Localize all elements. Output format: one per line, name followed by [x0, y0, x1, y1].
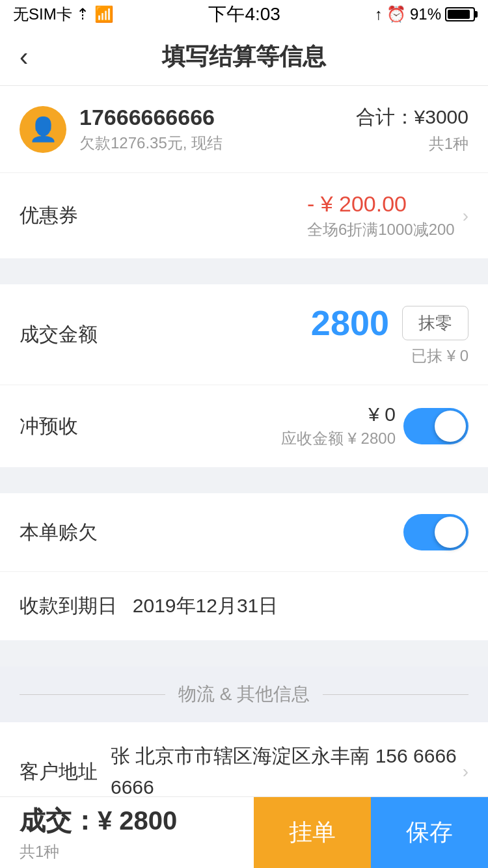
prepayment-sub: 应收金额 ¥ 2800	[281, 428, 396, 449]
round-zero-button[interactable]: 抹零	[402, 306, 468, 340]
deal-amount-label: 成交金额	[20, 321, 98, 348]
coupon-row[interactable]: 优惠券 - ¥ 200.00 全场6折满1000减200 ›	[0, 172, 488, 258]
battery-icon	[445, 7, 475, 21]
deal-amount-sub: 已抹 ¥ 0	[311, 346, 468, 366]
deal-amount-value: 2800	[311, 303, 389, 343]
avatar: 👤	[20, 106, 66, 153]
avatar-icon: 👤	[29, 116, 58, 143]
address-label: 客户地址	[20, 759, 98, 785]
coupon-info: - ¥ 200.00 全场6折满1000减200	[307, 191, 455, 240]
coupon-discount: - ¥ 200.00	[307, 191, 455, 217]
back-button[interactable]: ‹	[20, 42, 59, 72]
prepayment-label: 冲预收	[20, 413, 78, 440]
due-date-label: 收款到期日	[20, 595, 117, 616]
save-button[interactable]: 保存	[371, 797, 488, 869]
wifi-icon: 📶	[94, 5, 114, 23]
debt-label: 本单赊欠	[20, 519, 98, 546]
gray-spacer-3	[0, 653, 488, 666]
deal-amount-right: 2800 抹零 已抹 ¥ 0	[311, 303, 468, 366]
divider-line-right	[323, 694, 468, 695]
due-date-row: 收款到期日 2019年12月31日	[0, 571, 488, 640]
content-area: 👤 17666666666 欠款1276.35元, 现结 合计：¥3000 共1…	[0, 86, 488, 868]
coupon-desc: 全场6折满1000减200	[307, 219, 455, 240]
logistics-divider: 物流 & 其他信息	[0, 666, 488, 722]
logistics-divider-text: 物流 & 其他信息	[178, 682, 310, 707]
gray-spacer-2	[0, 480, 488, 493]
bottom-summary-label: 成交：	[20, 806, 98, 835]
coupon-right: - ¥ 200.00 全场6折满1000减200 ›	[307, 191, 468, 240]
status-time: 下午4:03	[208, 2, 280, 27]
alarm-icon: ⏰	[386, 5, 406, 23]
address-value: 张 北京市市辖区海淀区永丰南 156 6666 6666	[111, 740, 463, 803]
customer-total: 合计：¥3000	[356, 104, 468, 131]
page-title: 填写结算等信息	[59, 41, 429, 73]
chevron-right-icon: ›	[463, 206, 468, 226]
sim-label: 无SIM卡 ⇡	[13, 4, 89, 25]
prepayment-amount: ¥ 0	[281, 403, 396, 426]
prepayment-amount-wrap: ¥ 0 应收金额 ¥ 2800	[281, 403, 396, 449]
customer-right: 合计：¥3000 共1种	[356, 104, 468, 154]
customer-row: 👤 17666666666 欠款1276.35元, 现结 合计：¥3000 共1…	[0, 86, 488, 172]
debt-row: 本单赊欠	[0, 493, 488, 571]
hang-button[interactable]: 挂单	[254, 797, 371, 869]
debt-section: 本单赊欠 收款到期日 2019年12月31日	[0, 493, 488, 640]
deal-amount-row: 成交金额 2800 抹零 已抹 ¥ 0	[0, 284, 488, 385]
prepayment-row: 冲预收 ¥ 0 应收金额 ¥ 2800	[0, 385, 488, 467]
deal-amount-value-wrap: 2800 抹零	[311, 303, 468, 343]
debt-toggle[interactable]	[403, 514, 468, 550]
debt-toggle-knob	[435, 517, 466, 548]
address-chevron-icon: ›	[463, 761, 468, 782]
toggle-knob	[435, 411, 466, 442]
coupon-label: 优惠券	[20, 202, 78, 229]
bottom-summary-amount: ¥ 2800	[98, 806, 177, 835]
customer-phone: 17666666666	[79, 105, 223, 130]
prepayment-right: ¥ 0 应收金额 ¥ 2800	[281, 403, 468, 449]
due-date-value: 2019年12月31日	[133, 595, 278, 616]
nav-bar: ‹ 填写结算等信息	[0, 29, 488, 86]
status-bar: 无SIM卡 ⇡ 📶 下午4:03 ↑ ⏰ 91%	[0, 0, 488, 29]
customer-section: 👤 17666666666 欠款1276.35元, 现结 合计：¥3000 共1…	[0, 86, 488, 258]
customer-count: 共1种	[356, 133, 468, 154]
location-icon: ↑	[375, 5, 383, 23]
customer-sub: 欠款1276.35元, 现结	[79, 133, 223, 154]
bottom-count: 共1种	[20, 841, 234, 862]
status-right: ↑ ⏰ 91%	[375, 5, 475, 23]
customer-info: 17666666666 欠款1276.35元, 现结	[79, 105, 223, 154]
gray-spacer-1	[0, 271, 488, 284]
bottom-summary: 成交：¥ 2800 共1种	[0, 803, 254, 862]
bottom-total: 成交：¥ 2800	[20, 803, 234, 839]
bottom-bar: 成交：¥ 2800 共1种 挂单 保存	[0, 796, 488, 868]
status-left: 无SIM卡 ⇡ 📶	[13, 4, 114, 25]
deal-section: 成交金额 2800 抹零 已抹 ¥ 0 冲预收 ¥ 0 应收金额 ¥ 2800	[0, 284, 488, 467]
customer-left: 👤 17666666666 欠款1276.35元, 现结	[20, 105, 223, 154]
divider-line-left	[20, 694, 165, 695]
prepayment-toggle[interactable]	[403, 408, 468, 444]
battery-percent: 91%	[410, 5, 441, 23]
